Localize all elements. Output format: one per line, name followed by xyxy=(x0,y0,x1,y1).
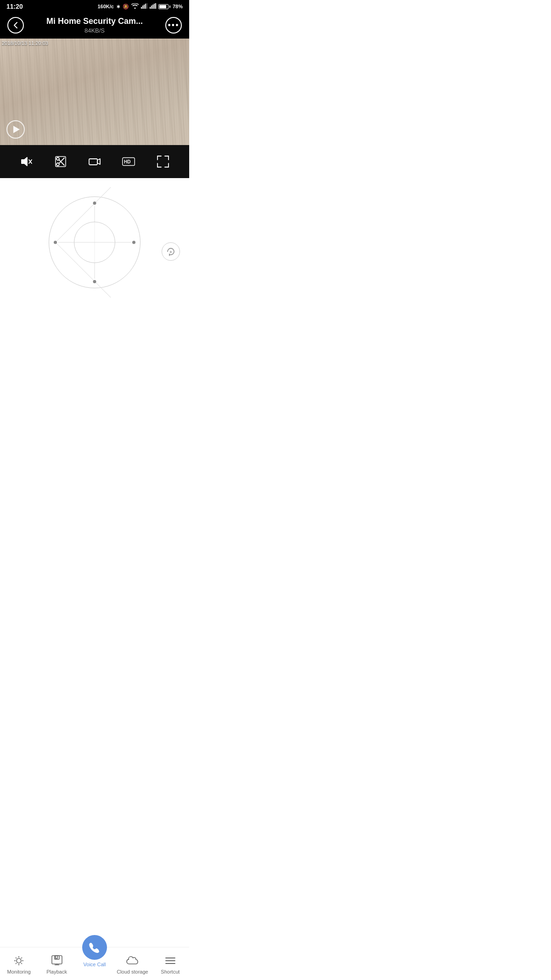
header-title-area: Mi Home Security Cam... 84KB/S xyxy=(24,17,165,34)
signal-icon xyxy=(141,3,147,10)
battery-percent: 78% xyxy=(173,4,183,9)
header: Mi Home Security Cam... 84KB/S ••• xyxy=(0,13,189,39)
svg-rect-1 xyxy=(142,6,143,9)
svg-marker-22 xyxy=(169,253,171,256)
status-right: 160K/c ∗ 🔕 xyxy=(97,3,183,10)
svg-rect-7 xyxy=(152,5,153,9)
svg-rect-6 xyxy=(151,6,152,9)
battery-icon xyxy=(158,4,170,9)
record-button[interactable] xyxy=(84,151,105,172)
joystick-inner-ring xyxy=(74,222,115,263)
signal2-icon xyxy=(150,3,156,10)
fullscreen-button[interactable] xyxy=(153,151,173,172)
joystick-dot-down[interactable] xyxy=(93,280,96,283)
more-button[interactable]: ••• xyxy=(165,17,182,34)
more-icon: ••• xyxy=(168,21,180,30)
back-button[interactable] xyxy=(7,17,24,34)
svg-text:HD: HD xyxy=(124,159,131,164)
screenshot-button[interactable] xyxy=(51,151,71,172)
network-speed: 160K/c xyxy=(97,4,113,9)
joystick-dot-left[interactable] xyxy=(54,241,57,244)
replay-button[interactable] xyxy=(162,242,180,261)
svg-rect-18 xyxy=(89,159,97,165)
status-time: 11:20 xyxy=(6,3,23,10)
svg-rect-2 xyxy=(144,5,145,9)
svg-rect-4 xyxy=(146,3,147,9)
bluetooth-icon: ∗ xyxy=(116,4,120,10)
svg-rect-0 xyxy=(141,7,142,9)
controls-bar: HD xyxy=(0,145,189,178)
alarm-off-icon: 🔕 xyxy=(123,4,129,10)
joystick-outer-ring xyxy=(49,196,141,288)
wifi-icon xyxy=(131,3,139,10)
svg-rect-8 xyxy=(154,4,155,9)
bottom-spacer xyxy=(0,325,189,362)
play-icon xyxy=(13,126,20,133)
video-player[interactable]: 2018/10/13 11:20:03 xyxy=(0,39,189,145)
video-play-button[interactable] xyxy=(6,120,25,139)
svg-marker-10 xyxy=(22,157,27,166)
video-timestamp: 2018/10/13 11:20:03 xyxy=(2,40,48,46)
svg-rect-9 xyxy=(155,3,156,9)
svg-rect-5 xyxy=(150,7,151,9)
joystick[interactable] xyxy=(49,196,141,288)
joystick-dot-up[interactable] xyxy=(93,202,96,205)
page-title: Mi Home Security Cam... xyxy=(24,17,165,26)
mute-button[interactable] xyxy=(16,151,36,172)
svg-marker-19 xyxy=(97,159,100,164)
joystick-dot-right[interactable] xyxy=(132,241,135,244)
svg-rect-3 xyxy=(145,4,146,9)
video-feed: 2018/10/13 11:20:03 xyxy=(0,39,189,145)
status-bar: 11:20 160K/c ∗ 🔕 xyxy=(0,0,189,13)
header-subtitle: 84KB/S xyxy=(24,27,165,34)
hd-button[interactable]: HD xyxy=(118,151,139,172)
svg-marker-23 xyxy=(170,251,173,253)
control-section xyxy=(0,178,189,325)
